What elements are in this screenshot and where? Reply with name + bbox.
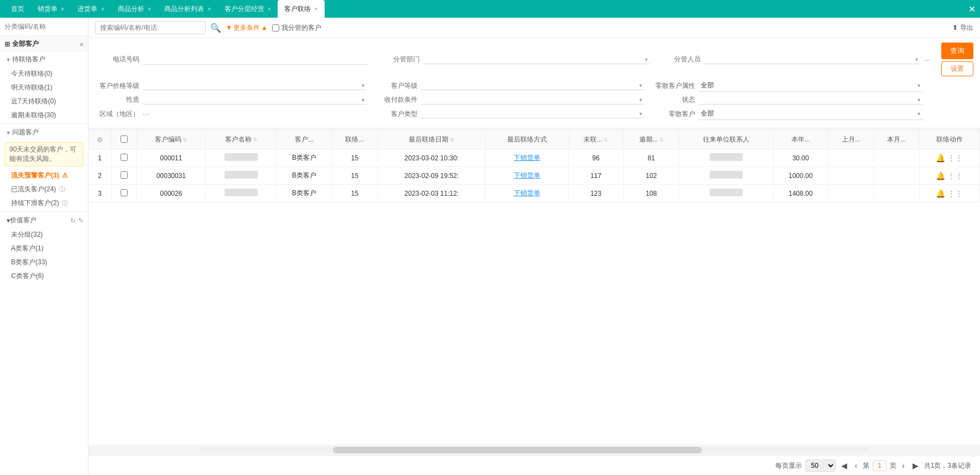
contact-action-icon[interactable]: 🔔 — [936, 154, 945, 163]
export-btn[interactable]: ⬆ 导出 — [952, 23, 973, 33]
sidebar-item-churn-warning[interactable]: 流失预警客户(3) ⚠ — [0, 169, 88, 182]
sidebar-item-tomorrow-contact[interactable]: 明天待联络(1) — [0, 81, 88, 95]
td-last-method[interactable]: 下销货单 — [486, 149, 568, 167]
th-contact-person[interactable]: 往来单位联系人 — [679, 131, 773, 149]
td-checkbox[interactable] — [111, 185, 137, 202]
sidebar-item-ungrouped[interactable]: 未分组(32) — [0, 228, 88, 242]
sort-overdue[interactable]: 逾期...⇅ — [639, 135, 664, 144]
th-last-month[interactable]: 上月... — [828, 131, 874, 149]
my-customers-checkbox[interactable]: 我分管的客户 — [272, 23, 321, 33]
th-settings[interactable]: ⚙ — [88, 131, 111, 149]
horizontal-scrollbar[interactable] — [199, 447, 869, 453]
customer-level-select[interactable]: ▾ — [421, 81, 645, 90]
sidebar-item-churned[interactable]: 已流失客户(24) ⓘ — [0, 182, 88, 196]
close-icon[interactable]: × — [314, 6, 317, 12]
th-action[interactable]: 联络动作 — [919, 131, 979, 149]
tab-customer-contact[interactable]: 客户联络 × — [278, 0, 324, 18]
retail-customer-select[interactable]: 全部 ▾ — [698, 108, 922, 120]
td-checkbox[interactable] — [111, 167, 137, 185]
edit-icon[interactable]: ✎ — [78, 217, 84, 225]
sidebar-item-overdue-contact[interactable]: 逾期未联络(30) — [0, 108, 88, 122]
per-page-select[interactable]: 50 100 — [805, 460, 836, 472]
collapse-icon[interactable]: « — [80, 40, 84, 48]
tab-product-analysis-list[interactable]: 商品分析列表 × — [158, 0, 217, 18]
price-level-select[interactable]: ▾ — [143, 81, 367, 90]
th-this-month[interactable]: 本月... — [874, 131, 920, 149]
nature-select[interactable]: ▾ — [143, 96, 367, 105]
sidebar-item-declining[interactable]: 持续下滑客户(2) ⓘ — [0, 196, 88, 210]
status-select[interactable]: ▾ — [698, 96, 922, 105]
window-close-btn[interactable]: ✕ — [968, 4, 976, 14]
settings-icon[interactable]: ⚙ — [97, 136, 103, 144]
td-last-method[interactable]: 下销货单 — [486, 167, 568, 185]
customer-type-select[interactable]: ▾ — [421, 109, 645, 118]
payment-select[interactable]: ▾ — [421, 96, 645, 105]
th-last-date[interactable]: 最后联络日期⇅ — [378, 131, 486, 149]
sidebar-search-input[interactable] — [4, 23, 87, 30]
last-method-link[interactable]: 下销货单 — [514, 189, 540, 197]
dept-select[interactable]: ▾ — [423, 55, 649, 64]
manager-select[interactable]: ▾ — [704, 55, 921, 64]
close-icon[interactable]: × — [148, 6, 151, 12]
last-page-btn[interactable]: ▶ — [910, 460, 921, 471]
tab-purchase-order[interactable]: 进货单 × — [71, 0, 111, 18]
next-page-btn[interactable]: › — [900, 460, 907, 471]
close-icon[interactable]: × — [61, 6, 64, 12]
scrollbar-thumb[interactable] — [333, 447, 702, 453]
close-icon[interactable]: × — [207, 6, 211, 12]
th-this-year[interactable]: 本年... — [773, 131, 828, 149]
sidebar-group-problem[interactable]: ▾ 问题客户 — [0, 125, 88, 140]
select-all-checkbox[interactable] — [121, 135, 128, 143]
first-page-btn[interactable]: ◀ — [839, 460, 849, 471]
th-code[interactable]: 客户编码⇅ — [137, 131, 206, 149]
tab-product-analysis[interactable]: 商品分析 × — [111, 0, 158, 18]
td-last-method[interactable]: 下销货单 — [486, 185, 568, 202]
more-options-icon[interactable]: ··· — [924, 55, 930, 64]
sidebar-item-today-contact[interactable]: 今天待联络(0) — [0, 67, 88, 81]
sidebar-item-a-class[interactable]: A类客户(1) — [0, 242, 88, 255]
td-checkbox[interactable] — [111, 149, 137, 167]
sidebar-root[interactable]: ⊞ 全部客户 « — [0, 36, 88, 52]
more-action-icon[interactable]: ⋮⋮ — [947, 171, 963, 180]
more-action-icon[interactable]: ⋮⋮ — [947, 154, 963, 163]
phone-input[interactable] — [143, 54, 369, 65]
prev-page-btn[interactable]: ‹ — [853, 460, 860, 471]
contact-action-icon[interactable]: 🔔 — [936, 189, 945, 198]
th-name[interactable]: 客户名称⇅ — [206, 131, 277, 149]
sidebar-group-value[interactable]: ▾ 价值客户 ↻ ✎ — [0, 213, 88, 228]
sidebar-item-b-class[interactable]: B类客户(33) — [0, 255, 88, 269]
sort-no-contact[interactable]: 未联...⇅ — [583, 135, 608, 144]
more-conditions-btn[interactable]: ▼ 更多条件 ▲ — [226, 23, 268, 33]
more-action-icon[interactable]: ⋮⋮ — [947, 189, 963, 198]
sort-code[interactable]: 客户编码⇅ — [155, 135, 187, 144]
sidebar-item-c-class[interactable]: C类客户(6) — [0, 269, 88, 283]
sidebar-group-pending[interactable]: ▾ 待联络客户 — [0, 52, 88, 67]
retail-attr-select[interactable]: 全部 ▾ — [698, 80, 922, 92]
th-type[interactable]: 客户... — [277, 131, 332, 149]
my-customers-check[interactable] — [272, 24, 279, 32]
refresh-icon[interactable]: ↻ — [70, 217, 76, 225]
sidebar-item-7day-contact[interactable]: 近7天待联络(0) — [0, 95, 88, 108]
tab-sales-order[interactable]: 销货单 × — [31, 0, 71, 18]
th-last-method[interactable]: 最后联络方式 — [486, 131, 568, 149]
th-checkbox[interactable] — [111, 131, 137, 149]
search-input[interactable] — [95, 21, 206, 34]
row-checkbox[interactable] — [121, 154, 128, 161]
close-icon[interactable]: × — [101, 6, 104, 12]
th-contact[interactable]: 联络... — [332, 131, 378, 149]
tab-customer-segment[interactable]: 客户分层经营 × — [218, 0, 278, 18]
tab-home[interactable]: 首页 — [4, 0, 31, 18]
row-checkbox[interactable] — [121, 171, 128, 179]
region-more-icon[interactable]: ··· — [143, 109, 149, 118]
last-method-link[interactable]: 下销货单 — [514, 154, 540, 161]
last-method-link[interactable]: 下销货单 — [514, 171, 540, 179]
close-icon[interactable]: × — [268, 6, 271, 12]
settings-button[interactable]: 设置 — [941, 61, 973, 76]
search-button[interactable]: 🔍 — [210, 23, 221, 33]
th-no-contact[interactable]: 未联...⇅ — [568, 131, 623, 149]
th-overdue[interactable]: 逾期...⇅ — [624, 131, 679, 149]
sort-last-date[interactable]: 最后联络日期⇅ — [409, 135, 454, 144]
contact-action-icon[interactable]: 🔔 — [936, 171, 945, 180]
query-button[interactable]: 查询 — [941, 43, 973, 59]
row-checkbox[interactable] — [121, 189, 128, 196]
